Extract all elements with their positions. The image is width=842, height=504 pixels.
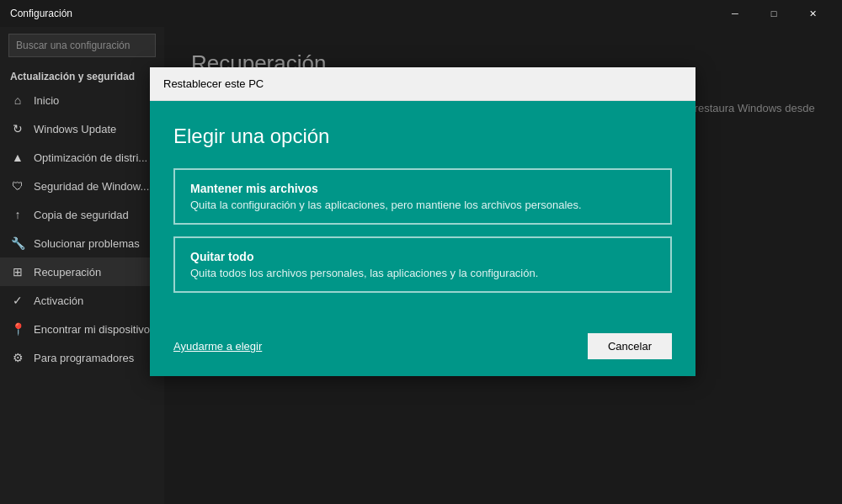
title-bar-left: Configuración (10, 8, 72, 19)
search-input[interactable] (8, 34, 156, 57)
sidebar-item-activacion[interactable]: ✓ Activación (0, 286, 164, 315)
sidebar-item-label: Inicio (34, 94, 154, 107)
sidebar-item-windows-update[interactable]: ↻ Windows Update (0, 114, 164, 143)
sidebar-section-title: Actualización y seguridad (0, 64, 164, 86)
sidebar-item-programadores[interactable]: ⚙ Para programadores (0, 343, 164, 372)
option-remove-all[interactable]: Quitar todo Quita todos los archivos per… (173, 236, 672, 293)
sidebar-item-label: Optimización de distri... (34, 151, 154, 164)
sidebar-item-label: Solucionar problemas (34, 237, 154, 250)
sidebar-item-recuperacion[interactable]: ⊞ Recuperación (0, 257, 164, 286)
option1-desc: Quita la configuración y las aplicacione… (190, 199, 655, 211)
sidebar-item-label: Copia de seguridad (34, 209, 154, 221)
dialog-footer: Ayudarme a elegir Cancelar (164, 321, 695, 376)
location-icon: 📍 (10, 322, 25, 336)
app-title: Configuración (10, 8, 72, 19)
minimize-button[interactable]: ─ (716, 0, 754, 27)
recovery-icon: ⊞ (10, 265, 25, 279)
sidebar-item-label: Recuperación (34, 266, 154, 279)
cancel-button[interactable]: Cancelar (588, 333, 672, 359)
sidebar-item-inicio[interactable]: ⌂ Inicio (0, 86, 164, 114)
sidebar-item-label: Para programadores (34, 352, 154, 364)
sidebar-item-label: Seguridad de Window... (34, 180, 154, 193)
option-keep-files[interactable]: Mantener mis archivos Quita la configura… (173, 168, 672, 225)
sidebar-item-label: Windows Update (34, 123, 154, 135)
close-button[interactable]: ✕ (793, 0, 832, 27)
window-controls: ─ □ ✕ (716, 0, 832, 27)
sidebar-item-label: Activación (34, 294, 154, 307)
sidebar-item-solucionar[interactable]: 🔧 Solucionar problemas (0, 229, 164, 257)
activation-icon: ✓ (10, 294, 25, 307)
sidebar-item-optimizacion[interactable]: ▲ Optimización de distri... (0, 143, 164, 172)
sidebar-item-label: Encontrar mi dispositivo (34, 323, 154, 336)
sidebar-item-encontrar[interactable]: 📍 Encontrar mi dispositivo (0, 315, 164, 343)
dialog-title: Elegir una opción (173, 125, 672, 148)
update-icon: ↻ (10, 122, 25, 135)
sidebar-item-seguridad[interactable]: 🛡 Seguridad de Window... (0, 172, 164, 200)
main-layout: Actualización y seguridad ⌂ Inicio ↻ Win… (0, 27, 842, 504)
reset-dialog: Restablecer este PC Elegir una opción Ma… (164, 67, 695, 376)
search-container[interactable] (8, 34, 156, 57)
dialog-body: Elegir una opción Mantener mis archivos … (164, 101, 695, 321)
option2-desc: Quita todos los archivos personales, las… (190, 267, 655, 279)
sidebar: Actualización y seguridad ⌂ Inicio ↻ Win… (0, 27, 164, 504)
delivery-icon: ▲ (10, 151, 25, 164)
content-area: Recuperación DVD); cambia la configuraci… (164, 27, 842, 504)
option2-title: Quitar todo (190, 250, 655, 263)
home-icon: ⌂ (10, 93, 25, 107)
dialog-header: Restablecer este PC (164, 67, 695, 101)
sidebar-item-copia[interactable]: ↑ Copia de seguridad (0, 200, 164, 229)
gear-icon: ⚙ (10, 351, 25, 364)
help-link[interactable]: Ayudarme a elegir (173, 340, 262, 353)
option1-title: Mantener mis archivos (190, 182, 655, 195)
maximize-button[interactable]: □ (754, 0, 793, 27)
title-bar: Configuración ─ □ ✕ (0, 0, 842, 27)
shield-icon: 🛡 (10, 179, 25, 193)
wrench-icon: 🔧 (10, 236, 25, 250)
dialog-header-title: Restablecer este PC (164, 77, 264, 90)
backup-icon: ↑ (10, 208, 25, 221)
